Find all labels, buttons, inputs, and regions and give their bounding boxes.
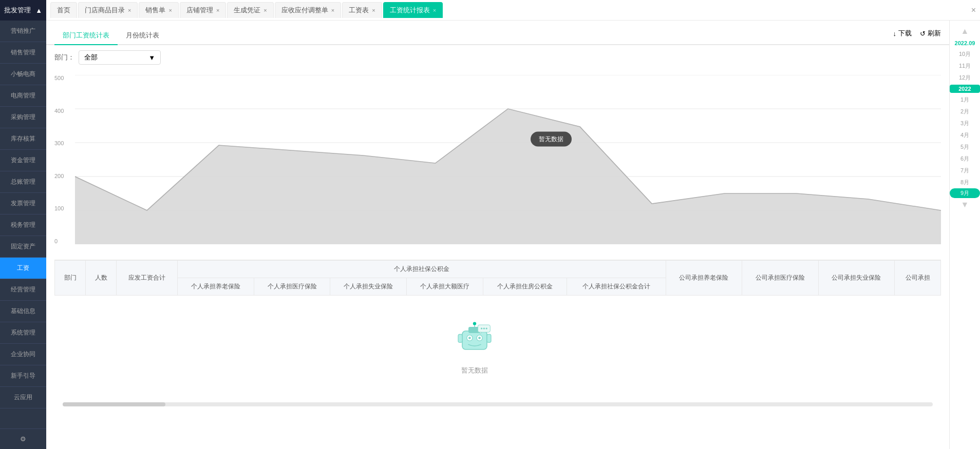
sidebar-item-电商管理[interactable]: 电商管理 (0, 85, 46, 107)
timeline-month-feb[interactable]: 2月 (950, 106, 980, 118)
tab-label: 工资统计报表 (390, 6, 430, 15)
data-table: 部门 人数 应发工资合计 个人承担社保公积金 公司承担养老保险 公司承担医疗保险… (54, 260, 941, 398)
empty-icon (454, 319, 495, 360)
top-tab-门店商品目录[interactable]: 门店商品目录× (78, 2, 138, 18)
chart-container: 0 100 200 300 400 500 (46, 70, 949, 449)
th-personal-total: 个人承担社保公积金合计 (567, 278, 666, 296)
th-total-wage: 应发工资合计 (117, 261, 178, 296)
y-axis-500: 500 (54, 75, 75, 81)
th-dept: 部门 (55, 261, 86, 296)
sidebar-item-税务管理[interactable]: 税务管理 (0, 214, 46, 236)
top-tab-工资统计报表[interactable]: 工资统计报表× (383, 2, 443, 18)
th-personal-social: 个人承担社保公积金 (178, 261, 666, 278)
sidebar-item-销售管理[interactable]: 销售管理 (0, 42, 46, 64)
dept-value: 全部 (84, 53, 98, 62)
empty-cell: 暂无数据 (55, 296, 895, 398)
top-tab-销售单[interactable]: 销售单× (139, 2, 178, 18)
toolbar: 部门： 全部 ▼ (46, 45, 949, 70)
top-tab-首页[interactable]: 首页 (50, 2, 77, 18)
y-axis-0: 0 (54, 238, 75, 244)
sidebar: 批发管理 ▲ 营销推广销售管理小畅电商电商管理采购管理库存核算资金管理总账管理发… (0, 0, 46, 449)
svg-point-20 (486, 327, 487, 329)
tab-close-icon[interactable]: × (331, 7, 334, 13)
left-content: 部门工资统计表 月份统计表 ↓ 下载 ↺ 刷新 部门： (46, 21, 949, 449)
dept-label: 部门： (54, 53, 74, 62)
sidebar-item-总账管理[interactable]: 总账管理 (0, 171, 46, 193)
sidebar-item-系统管理[interactable]: 系统管理 (0, 322, 46, 344)
timeline-month-nov[interactable]: 11月 (950, 60, 980, 72)
sidebar-item-采购管理[interactable]: 采购管理 (0, 107, 46, 128)
timeline-month-oct[interactable]: 10月 (950, 48, 980, 60)
content-area: 部门工资统计表 月份统计表 ↓ 下载 ↺ 刷新 部门： (46, 21, 980, 449)
tab-close-icon[interactable]: × (263, 7, 267, 13)
timeline-month-apr[interactable]: 4月 (950, 129, 980, 141)
timeline-month-may[interactable]: 5月 (950, 141, 980, 153)
timeline-down-button[interactable]: ▼ (959, 198, 971, 211)
tab-label: 销售单 (145, 6, 165, 15)
th-company-medical: 公司承担医疗保险 (742, 261, 819, 296)
chart-svg-area: 暂无数据 (75, 75, 941, 244)
sidebar-item-小畅电商[interactable]: 小畅电商 (0, 64, 46, 85)
timeline-month-aug[interactable]: 8月 (950, 177, 980, 188)
empty-state: 暂无数据 (55, 298, 895, 396)
right-timeline: ▲ 2022.09 10月 11月 12月 2022 1月 2月 3月 4月 5… (949, 21, 980, 449)
sidebar-item-经营管理[interactable]: 经营管理 (0, 279, 46, 301)
timeline-month-dec[interactable]: 12月 (950, 72, 980, 84)
tab-close-icon[interactable]: × (216, 7, 219, 13)
sidebar-item-云应用[interactable]: 云应用 (0, 387, 46, 408)
close-all-button[interactable]: × (971, 6, 976, 15)
sidebar-settings-button[interactable]: ⚙ (0, 428, 46, 449)
th-company-unemployment: 公司承担失业保险 (818, 261, 895, 296)
toolbar-left: 部门： 全部 ▼ (54, 50, 161, 65)
sidebar-item-库存核算[interactable]: 库存核算 (0, 128, 46, 150)
sidebar-item-固定资产[interactable]: 固定资产 (0, 236, 46, 258)
timeline-month-jun[interactable]: 6月 (950, 153, 980, 165)
sidebar-item-企业协同[interactable]: 企业协同 (0, 344, 46, 365)
y-axis-400: 400 (54, 108, 75, 114)
tab-close-icon[interactable]: × (168, 7, 172, 13)
tab-month-stats[interactable]: 月份统计表 (118, 27, 167, 45)
timeline-year-2022-label: 2022.09 (950, 38, 980, 48)
top-tab-店铺管理[interactable]: 店铺管理× (180, 2, 226, 18)
tab-close-icon[interactable]: × (128, 7, 131, 13)
svg-rect-10 (458, 334, 462, 342)
th-personal-medical: 个人承担医疗保险 (254, 278, 330, 296)
tab-close-icon[interactable]: × (372, 7, 375, 13)
empty-row: 暂无数据 (55, 296, 941, 398)
download-icon: ↓ (893, 30, 897, 37)
refresh-button[interactable]: ↺ 刷新 (920, 29, 941, 38)
sidebar-item-发票管理[interactable]: 发票管理 (0, 193, 46, 214)
top-tab-生成凭证[interactable]: 生成凭证× (227, 2, 273, 18)
y-axis: 0 100 200 300 400 500 (54, 75, 75, 244)
tab-label: 首页 (57, 6, 70, 15)
th-personal-unemployment: 个人承担失业保险 (330, 278, 407, 296)
timeline-month-mar[interactable]: 3月 (950, 118, 980, 129)
download-label: 下载 (898, 29, 912, 38)
svg-point-15 (478, 337, 481, 339)
sub-tabs: 部门工资统计表 月份统计表 ↓ 下载 ↺ 刷新 (46, 21, 949, 45)
sidebar-item-资金管理[interactable]: 资金管理 (0, 150, 46, 171)
tab-dept-salary[interactable]: 部门工资统计表 (54, 27, 118, 45)
timeline-up-button[interactable]: ▲ (959, 25, 971, 38)
tab-label: 店铺管理 (186, 6, 213, 15)
sidebar-item-新手引导[interactable]: 新手引导 (0, 365, 46, 387)
timeline-month-jan[interactable]: 1月 (950, 94, 980, 106)
sidebar-item-基础信息[interactable]: 基础信息 (0, 301, 46, 322)
sidebar-item-工资[interactable]: 工资 (0, 258, 46, 279)
dept-select[interactable]: 全部 ▼ (79, 50, 161, 65)
th-personal-pension: 个人承担养老保险 (178, 278, 254, 296)
top-tab-应收应付调整单[interactable]: 应收应付调整单× (275, 2, 341, 18)
download-button[interactable]: ↓ 下载 (893, 29, 912, 38)
timeline-month-sep[interactable]: 9月 (950, 188, 980, 198)
y-axis-100: 100 (54, 205, 75, 211)
tab-label: 生成凭证 (234, 6, 260, 15)
th-personal-major-medical: 个人承担大额医疗 (407, 278, 483, 296)
top-tab-工资表[interactable]: 工资表× (342, 2, 382, 18)
svg-point-19 (483, 327, 485, 329)
sidebar-item-营销推广[interactable]: 营销推广 (0, 21, 46, 42)
sidebar-header: 批发管理 ▲ (0, 0, 46, 21)
th-personal-housing: 个人承担住房公积金 (483, 278, 567, 296)
timeline-month-jul[interactable]: 7月 (950, 165, 980, 177)
tab-close-icon[interactable]: × (433, 7, 436, 13)
table-scrollbar[interactable] (54, 398, 941, 411)
